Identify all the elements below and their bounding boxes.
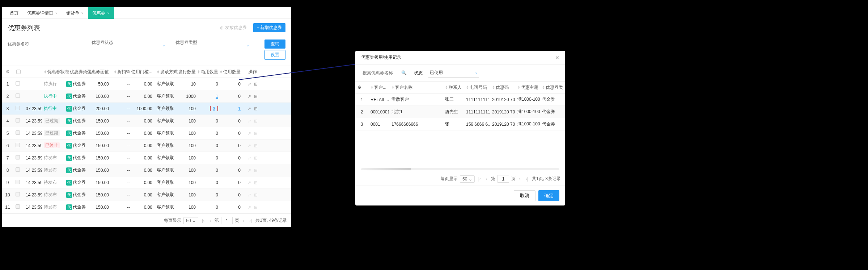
query-button[interactable]: 查询 bbox=[264, 40, 285, 49]
type-select[interactable]: ⌄ bbox=[200, 41, 251, 44]
status-header[interactable]: ▲▼优惠券状态 bbox=[42, 69, 64, 75]
row-checkbox[interactable] bbox=[13, 180, 24, 185]
cell-use-qty[interactable]: 0 bbox=[220, 94, 243, 99]
table-row[interactable]: 814 23:59待发布代代金券150.00--0.00客户领取10000↗ ⊞ bbox=[2, 164, 291, 176]
page-number-input[interactable] bbox=[497, 175, 509, 183]
checkbox-header[interactable] bbox=[13, 70, 24, 74]
cell-claim-qty[interactable]: 0 bbox=[198, 131, 220, 136]
row-checkbox[interactable] bbox=[13, 106, 24, 111]
cell-claim-qty[interactable]: 1 bbox=[198, 94, 220, 99]
issue-coupon-button[interactable]: ⊕ 发放优惠券 bbox=[216, 23, 250, 32]
qr-icon[interactable]: ⊞ bbox=[254, 94, 258, 99]
tab-首页[interactable]: 首页 bbox=[5, 7, 23, 19]
qr-icon[interactable]: ⊞ bbox=[254, 106, 258, 111]
cell-status: 已终止 bbox=[42, 142, 64, 149]
first-page-button[interactable]: |‹ bbox=[477, 176, 482, 182]
status-select[interactable]: ⌄ bbox=[116, 41, 167, 44]
cell-use-qty[interactable]: 0 bbox=[220, 168, 243, 173]
row-checkbox[interactable] bbox=[13, 81, 24, 87]
topic-header[interactable]: ▲▼优惠主题 bbox=[515, 84, 540, 91]
table-row[interactable]: 200010001北京1唐先生111111111112019120 70...满… bbox=[355, 106, 565, 118]
close-icon[interactable]: × bbox=[55, 11, 58, 15]
cell-claim-qty[interactable]: 0 bbox=[198, 82, 220, 87]
horizontal-scrollbar[interactable] bbox=[361, 168, 559, 170]
issue-header[interactable]: ▲▼发行数量 bbox=[175, 69, 198, 75]
code-header[interactable]: ▲▼优惠码 bbox=[490, 84, 515, 91]
cell-claim-qty[interactable]: 0 bbox=[198, 168, 220, 173]
method-header[interactable]: ▲▼发放方式 bbox=[154, 69, 175, 75]
table-row[interactable]: 514 23:59已过期代代金券150.00--0.00客户领取10000↗ ⊞ bbox=[2, 127, 291, 140]
page-size-select[interactable]: 50 ⌄ bbox=[183, 217, 198, 224]
topic-header-label: 优惠主题 bbox=[521, 84, 538, 91]
table-row[interactable]: 3000117666666666张156 6666 6...2019120 70… bbox=[355, 118, 565, 130]
close-icon[interactable]: × bbox=[81, 11, 84, 15]
last-page-button[interactable]: ›| bbox=[248, 218, 253, 223]
cell-use-qty[interactable]: 0 bbox=[220, 192, 243, 198]
close-icon[interactable]: × bbox=[107, 11, 110, 15]
page-number-input[interactable] bbox=[221, 217, 233, 224]
add-coupon-button[interactable]: + 新增优惠券 bbox=[253, 23, 285, 32]
cell-use-qty[interactable]: 0 bbox=[220, 205, 243, 210]
page-size-select[interactable]: 50 ⌄ bbox=[460, 175, 475, 183]
table-row[interactable]: 414 23:59已过期代代金券150.00--0.00客户领取10000↗ ⊞ bbox=[2, 115, 291, 127]
prev-page-button[interactable]: ‹ bbox=[484, 176, 489, 182]
contact-header[interactable]: ▲▼联系人 bbox=[443, 84, 464, 91]
tab-销货单[interactable]: 销货单× bbox=[62, 7, 88, 19]
row-checkbox[interactable] bbox=[13, 204, 24, 210]
mtype-header[interactable]: ▲▼优惠券类 bbox=[540, 84, 559, 91]
cell-use-qty[interactable]: 1 bbox=[220, 106, 243, 111]
next-page-button[interactable]: › bbox=[518, 176, 522, 182]
prev-page-button[interactable]: ‹ bbox=[208, 218, 212, 223]
last-page-button[interactable]: ›| bbox=[524, 176, 530, 182]
gear-column[interactable]: ⚙ bbox=[355, 85, 368, 90]
name-header[interactable]: ▲▼客户名称 bbox=[389, 84, 443, 91]
table-row[interactable]: 1114 23:59待发布代代金券150.00--0.00客户领取10000↗ … bbox=[2, 201, 291, 213]
cancel-button[interactable]: 取消 bbox=[514, 190, 535, 201]
cust-header[interactable]: ▲▼客户... bbox=[368, 84, 389, 91]
cell-claim-qty[interactable]: 3 bbox=[198, 106, 220, 111]
cell-use-qty[interactable]: 0 bbox=[220, 155, 243, 161]
threshold-header[interactable]: ▲▼使用门槛... bbox=[132, 69, 154, 75]
modal-status-select[interactable]: 已使用 ⌄ bbox=[428, 68, 479, 78]
table-row[interactable]: 2执行中代代金券100.00--0.00客户领取100010↗ ⊞ bbox=[2, 90, 291, 103]
table-row[interactable]: 307 23:59执行中代代金券200.00--1000.00客户领取10031… bbox=[2, 103, 291, 115]
cell-claim-qty[interactable]: 0 bbox=[198, 205, 220, 210]
table-row[interactable]: 714 23:59待发布代代金券150.00--0.00客户领取10000↗ ⊞ bbox=[2, 152, 291, 164]
row-checkbox[interactable] bbox=[13, 118, 24, 124]
cell-claim-qty[interactable]: 0 bbox=[198, 143, 220, 148]
row-checkbox[interactable] bbox=[13, 155, 24, 161]
cell-use-qty[interactable]: 0 bbox=[220, 131, 243, 136]
phone-header[interactable]: ▲▼电话号码 bbox=[464, 84, 490, 91]
cell-use-qty[interactable]: 0 bbox=[220, 143, 243, 148]
table-row[interactable]: 614 23:59已终止代代金券150.00--0.00客户领取10000↗ ⊞ bbox=[2, 140, 291, 152]
tab-优惠券详情页[interactable]: 优惠券详情页× bbox=[23, 7, 62, 19]
cell-use-qty[interactable]: 0 bbox=[220, 180, 243, 185]
cell-use-qty[interactable]: 0 bbox=[220, 119, 243, 124]
row-checkbox[interactable] bbox=[13, 192, 24, 198]
setting-button[interactable]: 设置 bbox=[264, 50, 285, 60]
row-checkbox[interactable] bbox=[13, 94, 24, 99]
cell-claim-qty[interactable]: 0 bbox=[198, 180, 220, 185]
row-checkbox[interactable] bbox=[13, 143, 24, 148]
table-row[interactable]: 1RETAIL...零散客户张三111111111112019120 70...… bbox=[355, 94, 565, 106]
share-icon[interactable]: ↗ bbox=[247, 106, 251, 111]
share-icon[interactable]: ↗ bbox=[247, 94, 251, 99]
cell-claim-qty[interactable]: 0 bbox=[198, 119, 220, 124]
coupon-name-input[interactable] bbox=[32, 40, 83, 48]
search-icon[interactable]: 🔍 bbox=[401, 70, 407, 75]
table-row[interactable]: 914 23:59待发布代代金券150.00--0.00客户领取10000↗ ⊞ bbox=[2, 176, 291, 189]
face-header[interactable]: ▲▼优惠券面值 bbox=[86, 69, 111, 75]
claim-header[interactable]: ▲▼领用数量 bbox=[198, 69, 220, 75]
confirm-button[interactable]: 确定 bbox=[538, 190, 559, 201]
first-page-button[interactable]: |‹ bbox=[200, 218, 206, 223]
row-checkbox[interactable] bbox=[13, 130, 24, 136]
table-row[interactable]: 1014 23:59待发布代代金券150.00--0.00客户领取10000↗ … bbox=[2, 189, 291, 201]
gear-column[interactable]: ⚙ bbox=[2, 69, 13, 74]
tab-优惠券[interactable]: 优惠券× bbox=[88, 7, 114, 19]
next-page-button[interactable]: › bbox=[241, 218, 246, 223]
close-icon[interactable]: ✕ bbox=[555, 55, 559, 61]
row-checkbox[interactable] bbox=[13, 167, 24, 173]
type-header[interactable]: ▲▼优惠券类型 bbox=[64, 69, 86, 75]
cell-claim-qty[interactable]: 0 bbox=[198, 155, 220, 161]
cell-claim-qty[interactable]: 0 bbox=[198, 192, 220, 198]
